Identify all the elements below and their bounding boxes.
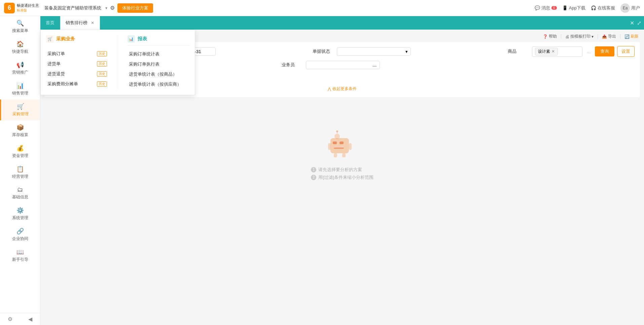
purchase-expense-hist-badge: 历史 (97, 81, 107, 87)
export-icon: 📤 (602, 34, 607, 39)
report-col: 📊 报表 采购订单统计表 采购订单执行表 进货单统计表（按商品） 进货单统计表（… (128, 35, 190, 89)
goods-receipt-stat-goods-label: 进货单统计表（按商品） (129, 71, 177, 77)
svg-rect-7 (342, 153, 346, 157)
goods-more-icon[interactable]: … (586, 49, 591, 54)
user-label: 用户 (631, 5, 640, 11)
svg-rect-5 (328, 143, 331, 150)
sidebar-item-marketing[interactable]: 📢 营销推广 (0, 58, 40, 79)
sidebar-settings-icon[interactable]: ⚙ (8, 316, 12, 322)
svg-point-8 (334, 134, 340, 139)
header-center: 装备及固定资产辅助管理系统 ▾ ⚙ 体验行业方案 (44, 3, 535, 13)
enterprise-icon: 🔗 (16, 228, 24, 235)
print-template-button[interactable]: 🖨 按模板打印 ▾ (565, 34, 594, 39)
collapse-up-icon: ⋀ (328, 87, 331, 91)
industry-plan-button[interactable]: 体验行业方案 (117, 3, 153, 13)
sidebar-label-quick-nav: 快捷导航 (12, 49, 28, 54)
dropdown-purchase-order-exec[interactable]: 采购订单执行表 (128, 59, 190, 69)
sidebar-item-sales[interactable]: 📊 销售管理 (0, 79, 40, 99)
help-button[interactable]: ❓ 帮助 (543, 34, 557, 39)
salesperson-label: 业务员 (282, 62, 302, 68)
empty-hint: 1 请先选择要分析的方案 2 用[过滤]条件来缩小分析范围 (311, 166, 373, 181)
basic-icon: 🗂 (17, 186, 23, 193)
tab-home[interactable]: 首页 (40, 16, 60, 30)
hint-num-2: 2 (311, 175, 316, 180)
refresh-icon: 🔄 (624, 34, 630, 39)
voucher-status-select[interactable]: ▾ (337, 47, 411, 56)
message-button[interactable]: 💬 消息 6 (535, 5, 557, 11)
user-menu-button[interactable]: Ea 用户 (620, 3, 640, 13)
sidebar-label-operations: 经营管理 (12, 174, 28, 179)
sidebar-label-enterprise: 企业协同 (12, 236, 28, 242)
online-service-label: 在线客服 (598, 5, 615, 11)
headset-icon: 🎧 (591, 5, 596, 10)
tab-close-all-icon[interactable]: ✕ (630, 20, 634, 26)
edition-label: 标准版 (17, 8, 39, 13)
brand-name: 畅捷通好生意 (17, 3, 39, 8)
filter-actions: 查询 设置 (595, 46, 635, 57)
guide-icon: 📖 (16, 248, 24, 256)
top-header: 6 畅捷通好生意 标准版 装备及固定资产辅助管理系统 ▾ ⚙ 体验行业方案 💬 … (0, 0, 644, 16)
purchase-col-icon: 🛒 (46, 35, 53, 43)
message-badge: 6 (551, 6, 557, 10)
sidebar-item-search[interactable]: 🔍 搜索菜单 (0, 16, 40, 37)
purchase-order-label: 采购订单 (47, 51, 65, 57)
tab-maximize-icon[interactable]: ⤢ (637, 20, 641, 26)
svg-rect-1 (333, 141, 337, 144)
sidebar-item-guide[interactable]: 📖 新手引导 (0, 245, 40, 266)
purchase-order-stat-label: 采购订单统计表 (129, 51, 159, 57)
goods-tag-text: 设计素 (538, 49, 550, 54)
dropdown-separator (118, 35, 118, 89)
dropdown-purchase-order[interactable]: 采购订单 历史 (46, 49, 108, 59)
print-icon: 🖨 (565, 34, 569, 39)
salesperson-select[interactable]: … (306, 61, 380, 69)
dropdown-goods-receipt-stat-supplier[interactable]: 进货单统计表（按供应商） (128, 79, 190, 89)
empty-state: 1 请先选择要分析的方案 2 用[过滤]条件来缩小分析范围 (44, 101, 640, 208)
sidebar-label-basic: 基础信息 (12, 194, 28, 200)
goods-receipt-label: 进货单 (47, 61, 61, 67)
sidebar-item-system[interactable]: ⚙️ 系统管理 (0, 203, 40, 224)
sidebar-label-finance: 资金管理 (12, 153, 28, 159)
hint-text-1: 请先选择要分析的方案 (318, 166, 362, 173)
goods-tag-close-icon[interactable]: ✕ (551, 49, 555, 54)
settings-icon[interactable]: ⚙ (110, 5, 115, 11)
sidebar-item-operations[interactable]: 📋 经营管理 (0, 162, 40, 183)
message-label: 消息 (541, 5, 550, 11)
empty-robot-svg (325, 128, 359, 162)
purchase-order-hist-badge: 历史 (97, 51, 107, 56)
goods-receipt-stat-supplier-label: 进货单统计表（按供应商） (129, 81, 181, 87)
dropdown-goods-return[interactable]: 进货退货 历史 (46, 69, 108, 79)
header-right: 💬 消息 6 📱 App下载 🎧 在线客服 Ea 用户 (535, 3, 640, 13)
sidebar-label-purchase: 采购管理 (12, 111, 29, 117)
query-button[interactable]: 查询 (595, 46, 614, 56)
app-download-button[interactable]: 📱 App下载 (562, 5, 585, 11)
logo-area: 6 畅捷通好生意 标准版 (4, 3, 44, 13)
sidebar-item-purchase[interactable]: 🛒 采购管理 (0, 99, 40, 120)
search-icon: 🔍 (16, 19, 24, 27)
goods-tag[interactable]: 设计素 ✕ (535, 48, 558, 55)
export-button[interactable]: 📤 导出 (602, 34, 616, 39)
dropdown-purchase-expense[interactable]: 采购费用分摊单 历史 (46, 79, 108, 89)
sidebar-collapse-icon[interactable]: ◀ (28, 316, 32, 322)
report-col-title: 📊 报表 (128, 35, 190, 46)
system-dropdown-icon[interactable]: ▾ (105, 6, 107, 10)
report-col-label: 报表 (138, 36, 147, 42)
online-service-button[interactable]: 🎧 在线客服 (591, 5, 615, 11)
export-label: 导出 (608, 34, 616, 39)
marketing-icon: 📢 (16, 61, 24, 69)
sidebar-item-finance[interactable]: 💰 资金管理 (0, 141, 40, 162)
help-icon: ❓ (543, 34, 548, 39)
sidebar-item-basic[interactable]: 🗂 基础信息 (0, 183, 40, 203)
purchase-col-label: 采购业务 (56, 36, 75, 42)
settings-button[interactable]: 设置 (617, 46, 635, 57)
tab-close-icon[interactable]: ✕ (91, 21, 94, 25)
sidebar-item-quick-nav[interactable]: 🏠 快捷导航 (0, 37, 40, 58)
dropdown-goods-receipt-stat-goods[interactable]: 进货单统计表（按商品） (128, 69, 190, 79)
collapse-label: 收起更多条件 (332, 86, 357, 92)
svg-rect-2 (339, 141, 344, 144)
dropdown-goods-receipt[interactable]: 进货单 历史 (46, 59, 108, 69)
refresh-button[interactable]: 🔄 刷新 (624, 34, 639, 39)
dropdown-purchase-order-stat[interactable]: 采购订单统计表 (128, 49, 190, 59)
sidebar-item-enterprise[interactable]: 🔗 企业协同 (0, 224, 40, 245)
sidebar-item-inventory[interactable]: 📦 库存核算 (0, 120, 40, 141)
tab-sales-ranking[interactable]: 销售排行榜 ✕ (60, 16, 100, 30)
